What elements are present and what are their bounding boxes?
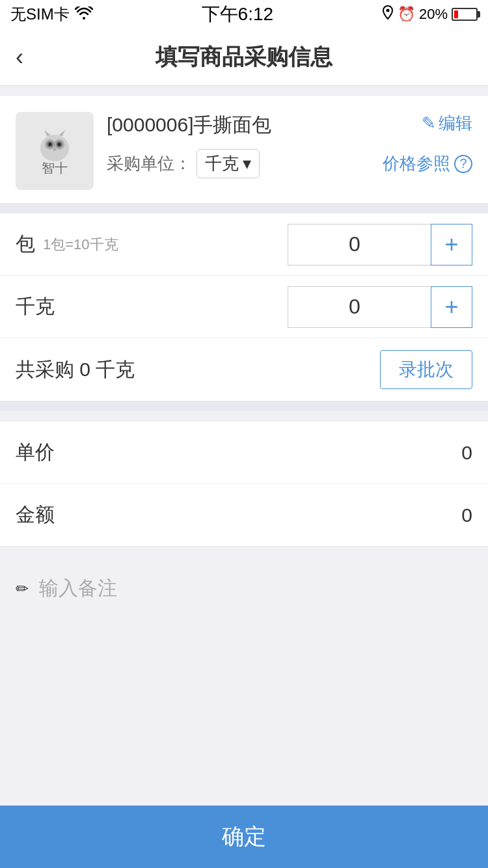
battery-icon (452, 8, 478, 21)
svg-point-7 (58, 143, 61, 146)
divider-2 (0, 401, 488, 411)
price-ref-label: 价格参照 (383, 152, 450, 175)
battery-percent: 20% (419, 6, 448, 23)
price-ref-button[interactable]: 价格参照 ? (383, 152, 472, 175)
amount-label: 金额 (16, 502, 55, 528)
confirm-button[interactable]: 确定 (0, 806, 488, 868)
product-header: [0000006]手撕面包 ✎ 编辑 (107, 112, 472, 139)
status-left: 无SIM卡 (10, 4, 93, 25)
summary-prefix: 共采购 (16, 359, 74, 380)
bag-quantity-input[interactable] (288, 224, 431, 265)
product-card: 智十 [0000006]手撕面包 ✎ 编辑 采购单位： 千克 ▾ 价格参照 ? (0, 96, 488, 203)
unit-value: 千克 (205, 152, 239, 175)
svg-point-0 (386, 9, 389, 12)
edit-button[interactable]: ✎ 编辑 (422, 112, 472, 135)
bag-label: 包 1包=10千克 (16, 231, 118, 258)
info-icon: ? (454, 155, 472, 173)
status-bar: 无SIM卡 下午6:12 ⏰ 20% (0, 0, 488, 29)
unit-price-row: 单价 0 (0, 422, 488, 484)
carrier-label: 无SIM卡 (10, 4, 70, 25)
kg-label: 千克 (16, 293, 55, 320)
content-spacer (0, 620, 488, 815)
unit-label: 采购单位： (107, 152, 191, 175)
product-logo: 智十 (29, 125, 81, 177)
pencil-icon: ✏ (16, 580, 29, 598)
kg-input-right: + (288, 286, 472, 328)
edit-icon: ✎ (422, 113, 436, 133)
unit-selector[interactable]: 采购单位： 千克 ▾ (107, 149, 260, 178)
divider-1 (0, 203, 488, 213)
unit-price-value: 0 (461, 442, 472, 464)
product-name: [0000006]手撕面包 (107, 112, 271, 139)
unit-dropdown[interactable]: 千克 ▾ (197, 149, 260, 178)
unit-row: 采购单位： 千克 ▾ 价格参照 ? (107, 149, 472, 178)
summary-text: 共采购 0 千克 (16, 357, 135, 383)
amount-value: 0 (461, 504, 472, 526)
page-title: 填写商品采购信息 (156, 42, 332, 72)
svg-point-6 (49, 143, 52, 146)
location-icon (382, 5, 394, 23)
kg-input-row: 千克 + (0, 276, 488, 338)
bag-plus-button[interactable]: + (431, 224, 472, 265)
price-section: 单价 0 金额 0 (0, 422, 488, 547)
back-button[interactable]: ‹ (16, 44, 23, 71)
notes-section[interactable]: ✏ 输入备注 (0, 557, 488, 620)
alarm-icon: ⏰ (398, 6, 415, 23)
nav-bar: ‹ 填写商品采购信息 (0, 29, 488, 86)
amount-row: 金额 0 (0, 484, 488, 547)
logo-text: 智十 (42, 159, 68, 177)
svg-marker-9 (59, 130, 64, 136)
status-right: ⏰ 20% (382, 5, 478, 23)
dropdown-arrow: ▾ (243, 154, 251, 174)
product-info: [0000006]手撕面包 ✎ 编辑 采购单位： 千克 ▾ 价格参照 ? (107, 112, 472, 178)
bag-sub-label: 1包=10千克 (43, 235, 118, 254)
unit-price-label: 单价 (16, 439, 55, 466)
edit-label: 编辑 (439, 112, 472, 135)
kg-plus-button[interactable]: + (431, 286, 472, 328)
kg-quantity-input[interactable] (288, 286, 431, 328)
summary-value: 0 (79, 359, 90, 380)
wifi-icon (75, 5, 93, 23)
summary-row: 共采购 0 千克 录批次 (0, 338, 488, 401)
bag-input-right: + (288, 224, 472, 265)
notes-input-placeholder: 输入备注 (39, 575, 117, 602)
bag-input-row: 包 1包=10千克 + (0, 213, 488, 276)
batch-button[interactable]: 录批次 (380, 350, 472, 389)
input-section: 包 1包=10千克 + 千克 + (0, 213, 488, 338)
product-image: 智十 (16, 112, 94, 190)
svg-marker-8 (44, 130, 50, 136)
summary-suffix: 千克 (96, 359, 135, 380)
status-time: 下午6:12 (202, 2, 274, 27)
